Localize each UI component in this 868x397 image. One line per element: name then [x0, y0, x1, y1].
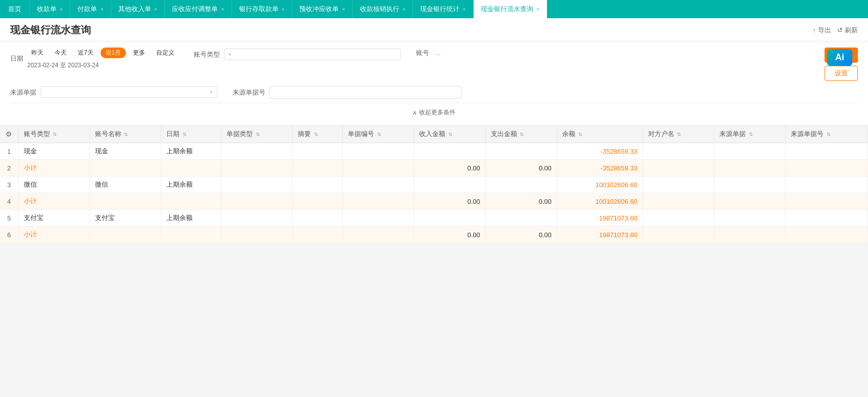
sort-icon: ⇅ [827, 131, 831, 137]
cell-expense: 0.00 [485, 227, 557, 243]
close-icon[interactable]: × [342, 6, 345, 12]
header-actions: ↑ 导出 ↺ 刷新 [813, 26, 858, 35]
cell-summary [293, 177, 343, 193]
cell-source-doc-no [786, 177, 868, 193]
cell-summary [293, 143, 343, 160]
close-icon[interactable]: × [154, 6, 157, 12]
col-date[interactable]: 日期 ⇅ [161, 125, 221, 143]
nav-tab-yingshoutiaozheng[interactable]: 应收应付调整单 × [165, 0, 232, 18]
refresh-button[interactable]: ↺ 刷新 [837, 26, 858, 35]
cell-source-doc-no [786, 193, 868, 210]
account-more-btn[interactable]: ... [433, 49, 442, 58]
table-row: 1 现金 现金 上期余额 -3528659.33 [0, 143, 868, 160]
col-account-name[interactable]: 账号名称 ⇅ [89, 125, 161, 143]
nav-tab-shoukuandan[interactable]: 收款单 × [30, 0, 70, 18]
cell-summary [293, 210, 343, 227]
nav-tab-qitashouru[interactable]: 其他收入单 × [111, 0, 165, 18]
cell-index: 6 [0, 227, 18, 243]
close-icon[interactable]: × [402, 6, 405, 12]
col-counterparty[interactable]: 对方户名 ⇅ [643, 125, 714, 143]
date-btn-custom[interactable]: 自定义 [152, 48, 178, 58]
sort-icon: ⇅ [520, 131, 524, 137]
date-btn-7days[interactable]: 近7天 [74, 48, 98, 58]
cell-counterparty [643, 193, 714, 210]
cell-doc-no [343, 227, 414, 243]
cell-income [414, 143, 485, 160]
table-row: 2 小计 0.00 0.00 -3528659.33 [0, 160, 868, 177]
col-doc-type[interactable]: 单据类型 ⇅ [221, 125, 293, 143]
date-btn-yesterday[interactable]: 昨天 [27, 48, 48, 58]
sort-icon: ⇅ [182, 131, 187, 137]
col-account-type-label: 账号类型 [24, 130, 50, 138]
nav-tab-xianjintongji[interactable]: 现金银行统计 × [413, 0, 473, 18]
settings-button[interactable]: 设置 [825, 66, 858, 81]
nav-tab-liushui[interactable]: 现金银行流水查询 × [474, 0, 547, 18]
cell-source-doc-no [786, 210, 868, 227]
cell-date [161, 160, 221, 177]
export-button[interactable]: ↑ 导出 [813, 26, 832, 35]
col-doc-no-label: 单据编号 [348, 130, 374, 138]
collapse-button[interactable]: ∧ 收起更多条件 [10, 106, 858, 119]
cell-income [414, 177, 485, 193]
nav-home[interactable]: 首页 [0, 0, 30, 18]
col-account-type[interactable]: 账号类型 ⇅ [18, 125, 89, 143]
close-icon[interactable]: × [536, 6, 539, 12]
cell-account-type: 支付宝 [18, 210, 89, 227]
table-row: 3 微信 微信 上期余额 100102606.60 [0, 177, 868, 193]
col-gear[interactable]: ⚙ [0, 125, 18, 143]
cell-balance: 100102606.60 [557, 177, 643, 193]
cell-index: 3 [0, 177, 18, 193]
nav-tab-yushou[interactable]: 预收冲应收单 × [292, 0, 352, 18]
col-summary[interactable]: 摘要 ⇅ [293, 125, 343, 143]
account-type-filter: 账号类型 ▾ [194, 49, 401, 60]
cell-index: 2 [0, 160, 18, 177]
cell-account-name: 微信 [89, 177, 161, 193]
date-btn-1month[interactable]: 近1月 [101, 48, 126, 58]
gear-icon[interactable]: ⚙ [6, 130, 12, 138]
nav-tab-yinhangcunkuan[interactable]: 银行存取款单 × [232, 0, 292, 18]
cell-source-doc [714, 227, 786, 243]
cell-doc-no [343, 160, 414, 177]
date-btn-today[interactable]: 今天 [51, 48, 71, 58]
col-source-doc[interactable]: 来源单据 ⇅ [714, 125, 786, 143]
close-icon[interactable]: × [100, 6, 103, 12]
col-source-doc-no[interactable]: 来源单据号 ⇅ [786, 125, 868, 143]
source-doc-select[interactable]: ▾ [40, 86, 217, 98]
ai-badge[interactable]: Ai [827, 49, 852, 66]
sort-icon: ⇅ [749, 131, 753, 137]
close-icon[interactable]: × [282, 6, 285, 12]
cell-source-doc [714, 177, 786, 193]
close-icon[interactable]: × [221, 6, 224, 12]
close-icon[interactable]: × [60, 6, 63, 12]
account-type-select[interactable]: ▾ [224, 49, 401, 60]
cell-income: 0.00 [414, 160, 485, 177]
col-balance-label: 余额 [562, 130, 575, 138]
cell-account-type: 小计 [18, 160, 89, 177]
col-summary-label: 摘要 [298, 130, 311, 138]
cell-date [161, 227, 221, 243]
cell-doc-no [343, 193, 414, 210]
table-header-row: ⚙ 账号类型 ⇅ 账号名称 ⇅ 日期 ⇅ 单据类型 ⇅ [0, 125, 868, 143]
close-icon[interactable]: × [463, 6, 466, 12]
chevron-down-icon: ▾ [210, 89, 213, 96]
date-btn-more[interactable]: 更多 [129, 48, 149, 58]
source-doc-no-input[interactable] [269, 86, 462, 99]
cell-income: 0.00 [414, 193, 485, 210]
nav-tab-shoukuanzhixing[interactable]: 收款核销执行 × [353, 0, 413, 18]
cell-expense: 0.00 [485, 193, 557, 210]
chevron-down-icon: ▾ [229, 51, 232, 58]
source-doc-no-label: 来源单据号 [233, 88, 265, 97]
col-balance[interactable]: 余额 ⇅ [557, 125, 643, 143]
cell-expense [485, 177, 557, 193]
cell-doc-no [343, 143, 414, 160]
cell-balance: -3528659.33 [557, 160, 643, 177]
col-doc-no[interactable]: 单据编号 ⇅ [343, 125, 414, 143]
nav-tab-fukuandan[interactable]: 付款单 × [70, 0, 111, 18]
col-expense[interactable]: 支出金额 ⇅ [485, 125, 557, 143]
sort-icon: ⇅ [448, 131, 452, 137]
cell-account-name [89, 193, 161, 210]
refresh-icon: ↺ [837, 26, 843, 34]
cell-doc-no [343, 210, 414, 227]
cell-account-name: 现金 [89, 143, 161, 160]
col-income[interactable]: 收入金额 ⇅ [414, 125, 485, 143]
